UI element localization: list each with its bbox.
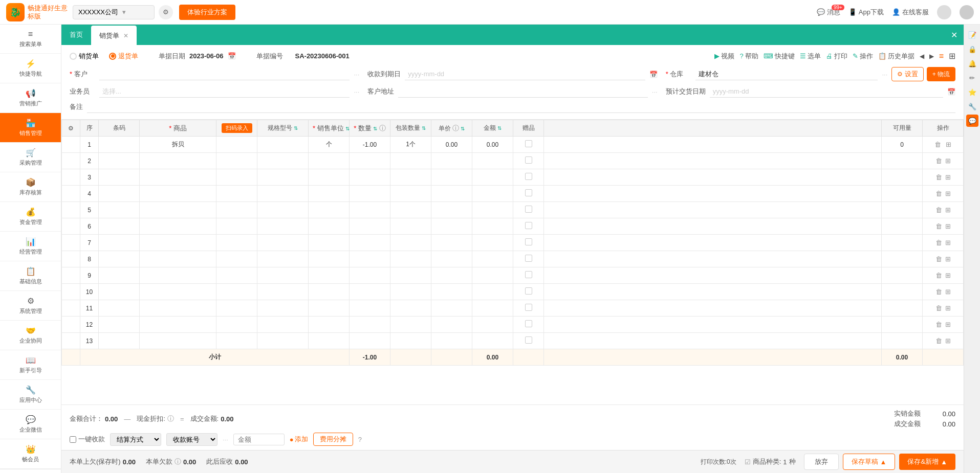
copy-icon[interactable]: ⊞ [945,206,951,214]
copy-icon[interactable]: ⊞ [946,141,951,148]
copy-icon[interactable]: ⊞ [945,157,951,165]
tab-sales-order[interactable]: 销货单 ✕ [91,26,137,46]
qty-info-icon[interactable]: ⓘ [379,124,386,132]
amount-sort-icon[interactable]: ⇅ [497,125,502,131]
row-gift-cell[interactable] [513,137,544,153]
sidebar-item-marketing[interactable]: 📢 营销推广 [0,83,61,113]
row-barcode-cell[interactable] [99,137,140,153]
sidebar-item-quick-nav[interactable]: ⚡ 快捷导航 [0,54,61,83]
delete-icon[interactable]: 🗑 [935,304,942,312]
sidebar-item-finance[interactable]: 💰 资金管理 [0,202,61,232]
delete-icon[interactable]: 🗑 [934,141,941,148]
sidebar-item-enterprise[interactable]: 🤝 企业协同 [0,321,61,350]
copy-icon[interactable]: ⊞ [945,304,951,312]
toolbar-video[interactable]: ▶视频 [714,52,734,61]
tab-bar-close-all[interactable]: ✕ [945,30,964,40]
one-click-checkbox[interactable] [70,436,76,443]
toolbar-help[interactable]: ?帮助 [739,52,758,61]
gift-checkbox[interactable] [525,156,532,164]
right-icon-7[interactable]: 💬 [966,115,978,127]
toolbar-select[interactable]: ☰选单 [800,52,821,61]
pack-sort-icon[interactable]: ⇅ [422,125,426,131]
sidebar-item-wechat[interactable]: 💬 企业微信 [0,410,61,439]
customer-addr-more-icon[interactable]: ··· [652,88,658,96]
delete-icon[interactable]: 🗑 [935,206,942,214]
save-draft-button[interactable]: 保存草稿 ▲ [843,454,896,470]
delete-icon[interactable]: 🗑 [935,157,942,165]
right-icon-2[interactable]: 🔒 [966,43,978,55]
due-date-calendar-icon[interactable]: 📅 [649,71,658,78]
sidebar-item-apps[interactable]: 🔧 应用中心 [0,380,61,410]
toolbar-list-view[interactable]: ≡ [939,52,944,61]
copy-icon[interactable]: ⊞ [945,173,951,181]
delete-icon[interactable]: 🗑 [935,190,942,197]
sidebar-item-sales[interactable]: 🏪 销售管理 [0,113,61,143]
scan-button[interactable]: 扫码录入 [222,123,252,133]
company-selector[interactable]: XXXXXX公司 ▾ [73,5,155,19]
logistics-button[interactable]: + 物流 [927,67,955,81]
gift-checkbox[interactable] [525,304,532,311]
salesman-more-icon[interactable]: ··· [354,88,359,96]
copy-icon[interactable]: ⊞ [945,288,951,296]
app-download-button[interactable]: 📱 App下载 [848,8,884,17]
expense-button[interactable]: 费用分摊 [313,433,353,446]
customer-addr-input[interactable] [398,85,647,98]
gift-checkbox[interactable] [525,336,532,344]
one-click-payment-checkbox[interactable]: 一键收款 [70,435,105,444]
company-settings-button[interactable]: ⚙ [159,5,173,19]
delete-icon[interactable]: 🗑 [935,321,942,328]
gift-checkbox[interactable] [525,189,532,196]
gift-checkbox[interactable] [525,320,532,327]
delete-icon[interactable]: 🗑 [935,173,942,181]
expense-help-icon[interactable]: ? [358,436,362,443]
gift-checkbox[interactable] [525,271,532,278]
price-info-icon[interactable]: ⓘ [452,124,459,132]
copy-icon[interactable]: ⊞ [945,190,951,197]
copy-icon[interactable]: ⊞ [945,239,951,246]
debt-info-icon[interactable]: ⓘ [175,457,181,466]
settings-button[interactable]: ⚙ 设置 [891,67,923,81]
toolbar-grid-view[interactable]: ⊞ [949,51,955,61]
spec-sort-icon[interactable]: ⇅ [294,125,298,131]
account-select[interactable]: 收款账号 [166,433,217,446]
sidebar-item-inventory[interactable]: 📦 库存核算 [0,172,61,202]
copy-icon[interactable]: ⊞ [945,272,951,279]
sidebar-item-search[interactable]: ≡ 搜索菜单 [0,25,61,54]
copy-icon[interactable]: ⊞ [945,255,951,263]
radio-return-order[interactable]: 退货单 [109,52,138,61]
customer-input[interactable] [99,68,350,80]
copy-icon[interactable]: ⊞ [945,337,951,345]
th-scan[interactable]: 扫码录入 [216,120,257,137]
customer-more-icon[interactable]: ··· [354,71,359,78]
online-service-button[interactable]: 👤 在线客服 [892,8,929,17]
gift-checkbox[interactable] [525,287,532,295]
sidebar-item-system[interactable]: ⚙ 系统管理 [0,291,61,321]
product-type-checkbox-icon[interactable]: ☑ [745,458,751,466]
toolbar-next[interactable]: ▶ [929,53,934,60]
toolbar-prev[interactable]: ◀ [920,53,924,60]
right-icon-6[interactable]: 🔧 [966,100,978,112]
right-icon-1[interactable]: 📝 [966,29,978,41]
trial-button[interactable]: 体验行业方案 [179,5,235,20]
delete-icon[interactable]: 🗑 [935,222,942,230]
remark-input[interactable] [87,101,955,113]
sidebar-item-guide[interactable]: 📖 新手引导 [0,350,61,380]
add-button[interactable]: ● 添加 [290,435,308,444]
radio-sales-order[interactable]: 销货单 [70,52,99,61]
warehouse-more-icon[interactable]: ··· [882,71,887,78]
barcode-input[interactable] [103,141,135,148]
copy-icon[interactable]: ⊞ [945,222,951,230]
gift-checkbox[interactable] [525,140,532,147]
user-avatar2[interactable] [960,5,974,19]
salesman-input[interactable] [99,85,350,98]
bill-date-calendar-icon[interactable]: 📅 [228,52,236,60]
account-more-icon[interactable]: ··· [223,436,228,443]
right-icon-3[interactable]: 🔔 [966,57,978,70]
gift-checkbox[interactable] [525,238,532,245]
delete-icon[interactable]: 🗑 [935,272,942,279]
delete-icon[interactable]: 🗑 [935,337,942,345]
expected-delivery-calendar-icon[interactable]: 📅 [947,88,955,96]
toolbar-shortcut[interactable]: ⌨快捷键 [764,52,795,61]
right-icon-5[interactable]: ⭐ [966,86,978,98]
sidebar-item-member[interactable]: 👑 畅会员 [0,439,61,469]
